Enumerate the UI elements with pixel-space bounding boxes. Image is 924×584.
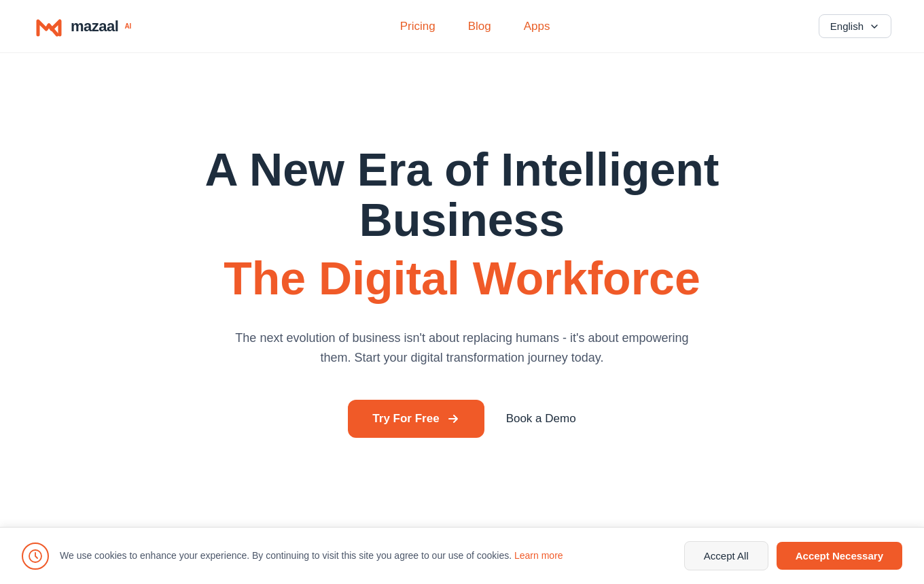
clock-icon <box>28 549 43 564</box>
language-selector[interactable]: English <box>819 14 891 38</box>
cookie-actions: Accept All Accept Necessary <box>684 541 902 570</box>
try-for-free-button[interactable]: Try For Free <box>348 400 484 438</box>
arrow-right-icon <box>446 412 460 426</box>
nav-pricing[interactable]: Pricing <box>400 20 436 33</box>
cookie-message-text: We use cookies to enhance your experienc… <box>60 550 512 561</box>
cookie-banner: We use cookies to enhance your experienc… <box>0 527 924 584</box>
brand-name: mazaal <box>71 18 118 35</box>
hero-subtitle: The next evolution of business isn't abo… <box>231 328 693 368</box>
hero-title-line2: The Digital Workforce <box>224 251 700 307</box>
accept-necessary-button[interactable]: Accept Necessary <box>777 542 902 570</box>
cookie-message: We use cookies to enhance your experienc… <box>60 549 563 563</box>
chevron-down-icon <box>869 21 880 32</box>
cookie-learn-more-link[interactable]: Learn more <box>514 550 563 561</box>
hero-title-line1: A New Era of Intelligent Business <box>156 144 768 246</box>
brand-ai: AI <box>124 22 131 30</box>
nav-blog[interactable]: Blog <box>468 20 491 33</box>
main-nav: Pricing Blog Apps <box>400 20 550 33</box>
language-label: English <box>830 20 864 32</box>
cookie-icon <box>22 543 49 570</box>
hero-cta-group: Try For Free Book a Demo <box>348 400 575 438</box>
book-demo-button[interactable]: Book a Demo <box>506 412 576 426</box>
try-for-free-label: Try For Free <box>372 412 439 426</box>
site-header: mazaal AI Pricing Blog Apps English <box>0 0 924 53</box>
logo[interactable]: mazaal AI <box>33 10 131 43</box>
nav-apps[interactable]: Apps <box>524 20 550 33</box>
hero-section: A New Era of Intelligent Business The Di… <box>0 53 924 515</box>
cookie-left-area: We use cookies to enhance your experienc… <box>22 543 668 570</box>
learn-more-label: Learn more <box>514 550 563 561</box>
accept-all-button[interactable]: Accept All <box>684 541 768 570</box>
